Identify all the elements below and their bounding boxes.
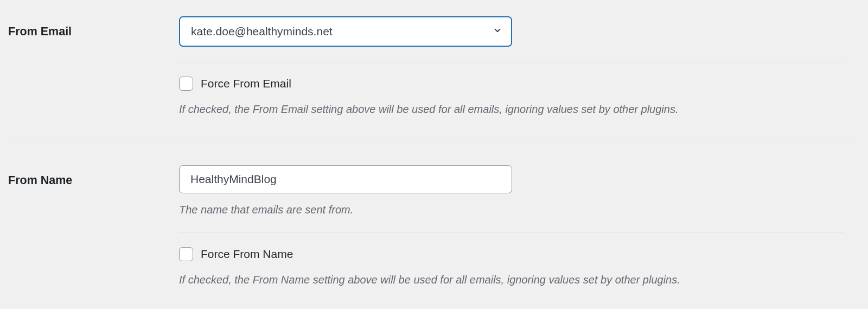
force-from-email-label[interactable]: Force From Email [201,77,291,90]
divider [179,232,844,233]
from-name-label: From Name [8,174,72,187]
from-email-label: From Email [8,25,72,38]
force-from-email-row: Force From Email [179,77,844,91]
from-email-field-col: Force From Email If checked, the From Em… [179,16,860,142]
force-from-name-checkbox[interactable] [179,247,193,261]
from-name-description: The name that emails are sent from. [179,202,844,217]
from-email-select[interactable] [179,16,512,47]
from-email-select-wrapper [179,16,512,47]
from-name-row: From Name The name that emails are sent … [8,142,860,287]
from-email-label-col: From Email [8,16,179,39]
from-email-row: From Email Force From Email If checked, … [8,16,860,142]
force-from-email-checkbox[interactable] [179,77,193,91]
divider [179,62,844,62]
force-from-name-row: Force From Name [179,247,844,261]
force-from-name-label[interactable]: Force From Name [201,248,293,261]
from-name-label-col: From Name [8,165,179,187]
force-from-email-description: If checked, the From Email setting above… [179,102,844,117]
from-name-field-col: The name that emails are sent from. Forc… [179,165,860,287]
force-from-name-description: If checked, the From Name setting above … [179,272,844,287]
from-name-input[interactable] [179,165,512,193]
